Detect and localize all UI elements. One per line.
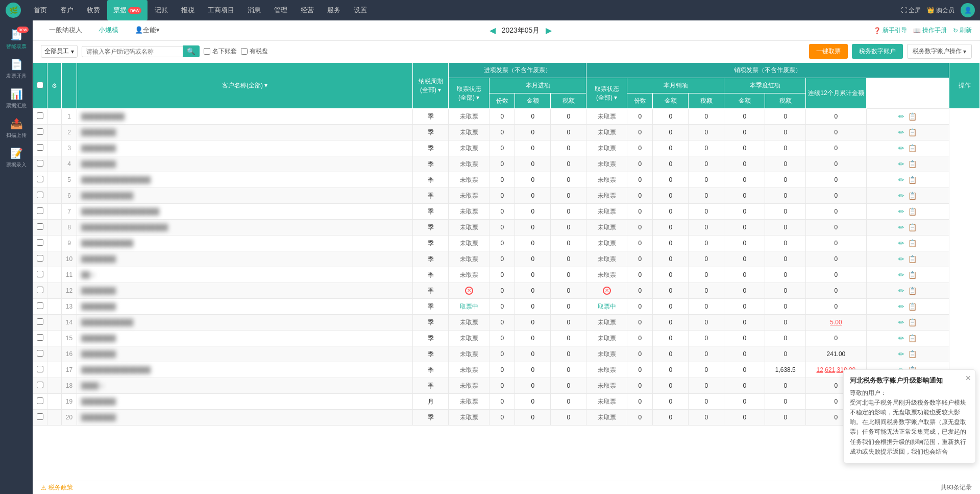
refresh-btn[interactable]: ↻ 刷新 [953,26,972,35]
one-key-btn[interactable]: 一键取票 [809,44,848,59]
edit-btn[interactable]: ✏ [897,206,905,217]
td-checkbox[interactable] [33,188,47,204]
td-checkbox[interactable] [33,378,47,394]
td-checkbox[interactable] [33,156,47,172]
td-checkbox[interactable] [33,251,47,267]
copy-btn[interactable]: 📋 [907,143,918,153]
nav-settings[interactable]: 设置 [348,0,373,20]
td-checkbox[interactable] [33,220,47,236]
nav-bookkeeping[interactable]: 记账 [149,0,174,20]
nav-tax[interactable]: 报税 [175,0,201,20]
copy-btn[interactable]: 📋 [907,349,918,359]
edit-btn[interactable]: ✏ [897,349,905,359]
nav-invoice[interactable]: 票据 new [107,0,148,20]
td-checkbox[interactable] [33,299,47,315]
td-checkbox[interactable] [33,109,47,125]
sidebar-item-invoice-open[interactable]: 📄 发票开具 [0,54,33,84]
nav-business[interactable]: 工商项目 [202,0,240,20]
sidebar-item-summary[interactable]: 📊 票据汇总 [0,84,33,113]
row-checkbox[interactable] [37,207,43,214]
row-checkbox[interactable] [37,192,43,198]
row-checkbox[interactable] [37,223,43,230]
edit-btn[interactable]: ✏ [897,191,905,201]
td-checkbox[interactable] [33,236,47,251]
row-checkbox[interactable] [37,302,43,309]
nav-customer[interactable]: 客户 [54,0,80,20]
search-button[interactable]: 🔍 [183,45,200,57]
search-input[interactable] [82,46,184,57]
select-all-checkbox[interactable] [37,82,43,88]
edit-btn[interactable]: ✏ [897,270,905,280]
nav-message[interactable]: 消息 [241,0,267,20]
tax-policy-label[interactable]: 税务政策 [48,483,73,492]
td-checkbox[interactable] [33,362,47,378]
edit-btn[interactable]: ✏ [897,317,905,327]
edit-btn[interactable]: ✏ [897,254,905,264]
copy-btn[interactable]: 📋 [907,286,918,296]
employee-filter[interactable]: 全部员工 ▾ [41,45,78,58]
tab-general[interactable]: 一般纳税人 [41,20,90,42]
td-checkbox[interactable] [33,331,47,346]
edit-btn[interactable]: ✏ [897,127,905,137]
tab-all[interactable]: 👤 全能 ▾ [127,20,168,42]
avatar[interactable]: 👤 [961,3,975,17]
edit-btn[interactable]: ✏ [897,143,905,153]
date-prev-btn[interactable]: ◀ [489,26,496,35]
row-checkbox[interactable] [37,176,43,182]
row-checkbox[interactable] [37,413,43,420]
copy-btn[interactable]: 📋 [907,317,918,327]
copy-btn[interactable]: 📋 [907,111,918,122]
copy-btn[interactable]: 📋 [907,191,918,201]
my-accounts-checkbox[interactable]: 名下账套 [204,47,237,56]
row-checkbox[interactable] [37,287,43,293]
row-checkbox[interactable] [37,255,43,262]
edit-btn[interactable]: ✏ [897,238,905,248]
edit-btn[interactable]: ✏ [897,159,905,169]
nav-operation[interactable]: 经营 [295,0,320,20]
copy-btn[interactable]: 📋 [907,159,918,169]
td-checkbox[interactable] [33,394,47,410]
row-checkbox[interactable] [37,397,43,404]
row-checkbox[interactable] [37,318,43,325]
tab-small[interactable]: 小规模 [90,20,127,42]
td-checkbox[interactable] [33,267,47,283]
copy-btn[interactable]: 📋 [907,254,918,264]
row-checkbox[interactable] [37,271,43,277]
edit-btn[interactable]: ✏ [897,286,905,296]
row-checkbox[interactable] [37,334,43,341]
copy-btn[interactable]: 📋 [907,238,918,248]
date-next-btn[interactable]: ▶ [546,26,552,35]
nav-service[interactable]: 服务 [321,0,347,20]
td-checkbox[interactable] [33,125,47,140]
digital-account-btn[interactable]: 税务数字账户 [852,44,903,59]
sidebar-item-smart-ticket[interactable]: 🧾 智能取票 new [0,25,33,54]
nav-home[interactable]: 首页 [28,0,53,20]
nav-manage[interactable]: 管理 [268,0,293,20]
digital-ops-btn[interactable]: 税务数字账户操作 ▾ [907,44,972,59]
row-checkbox[interactable] [37,160,43,167]
row-checkbox[interactable] [37,128,43,135]
copy-btn[interactable]: 📋 [907,206,918,217]
row-checkbox[interactable] [37,239,43,246]
edit-btn[interactable]: ✏ [897,333,905,343]
sidebar-item-entry[interactable]: 📝 票据录入 [0,143,33,173]
member-btn[interactable]: 👑 购会员 [927,6,954,15]
manual-btn[interactable]: 📖 操作手册 [913,26,947,35]
copy-btn[interactable]: 📋 [907,270,918,280]
td-checkbox[interactable] [33,283,47,299]
copy-btn[interactable]: 📋 [907,301,918,312]
td-checkbox[interactable] [33,315,47,331]
td-checkbox[interactable] [33,140,47,156]
copy-btn[interactable]: 📋 [907,222,918,232]
edit-btn[interactable]: ✏ [897,222,905,232]
row-checkbox[interactable] [37,382,43,388]
new-guide-btn[interactable]: ❓ 新手引导 [873,26,907,35]
fullscreen-btn[interactable]: ⛶ 全屏 [901,6,921,15]
row-checkbox[interactable] [37,112,43,119]
sidebar-item-scan[interactable]: 📤 扫描上传 [0,113,33,143]
edit-btn[interactable]: ✏ [897,111,905,122]
td-checkbox[interactable] [33,204,47,220]
row-checkbox[interactable] [37,144,43,151]
edit-btn[interactable]: ✏ [897,301,905,312]
copy-btn[interactable]: 📋 [907,175,918,185]
